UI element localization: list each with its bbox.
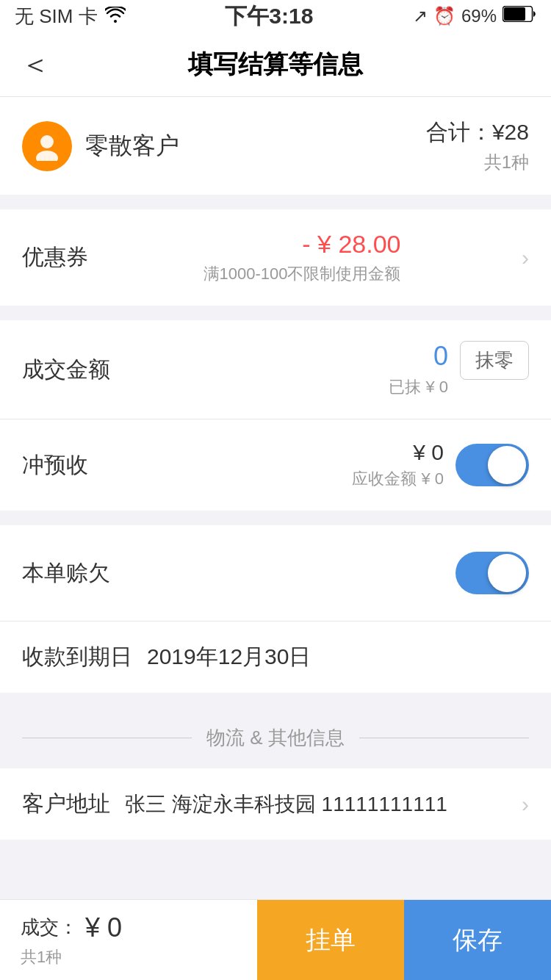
back-button[interactable]: ＜ bbox=[21, 44, 50, 84]
coupon-chevron-icon: › bbox=[522, 245, 529, 270]
coupon-value: - ¥ 28.00 bbox=[204, 230, 401, 259]
amount-row: 成交金额 0 已抹 ¥ 0 抹零 bbox=[0, 320, 551, 419]
coupon-desc: 满1000-100不限制使用金额 bbox=[204, 263, 401, 285]
amount-label: 成交金额 bbox=[22, 355, 110, 385]
pre-receive-sub: 应收金额 ¥ 0 bbox=[352, 468, 444, 490]
battery-icon bbox=[503, 6, 536, 26]
address-value: 张三 海淀永丰科技园 11111111111 bbox=[125, 790, 516, 818]
coupon-row[interactable]: 优惠券 - ¥ 28.00 满1000-100不限制使用金额 › bbox=[0, 209, 551, 306]
nav-bar: ＜ 填写结算等信息 bbox=[0, 32, 551, 97]
due-date-row: 收款到期日 2019年12月30日 bbox=[0, 621, 551, 693]
pre-receive-label: 冲预收 bbox=[22, 450, 88, 480]
divider-2 bbox=[0, 306, 551, 320]
battery-text: 69% bbox=[461, 6, 497, 26]
debt-row: 本单赊欠 bbox=[0, 525, 551, 621]
logistics-line-left bbox=[22, 738, 192, 738]
customer-section: 零散客户 合计：¥28 共1种 bbox=[0, 97, 551, 195]
svg-point-3 bbox=[36, 151, 58, 161]
svg-point-2 bbox=[40, 135, 54, 148]
customer-name: 零散客户 bbox=[85, 130, 179, 162]
pre-receive-amount: ¥ 0 bbox=[352, 440, 444, 465]
address-section: 客户地址 张三 海淀永丰科技园 11111111111 › bbox=[0, 768, 551, 840]
address-right: › bbox=[516, 792, 529, 817]
amount-section: 成交金额 0 已抹 ¥ 0 抹零 冲预收 ¥ 0 应收金额 ¥ 0 bbox=[0, 320, 551, 511]
round-zero-button[interactable]: 抹零 bbox=[460, 341, 529, 380]
amount-sub: 已抹 ¥ 0 bbox=[389, 376, 448, 398]
svg-rect-1 bbox=[504, 7, 525, 21]
customer-total: 合计：¥28 bbox=[426, 118, 529, 148]
logistics-header: 物流 & 其他信息 bbox=[0, 707, 551, 768]
wifi-icon bbox=[105, 5, 126, 28]
bottom-deal: 成交： ¥ 0 bbox=[21, 912, 237, 943]
time-display: 下午3:18 bbox=[225, 1, 313, 32]
carrier-text: 无 SIM 卡 bbox=[15, 4, 98, 29]
coupon-right: - ¥ 28.00 满1000-100不限制使用金额 bbox=[204, 230, 401, 285]
coupon-section: 优惠券 - ¥ 28.00 满1000-100不限制使用金额 › bbox=[0, 209, 551, 306]
address-row[interactable]: 客户地址 张三 海淀永丰科技园 11111111111 › bbox=[0, 768, 551, 840]
bottom-deal-label: 成交： bbox=[21, 915, 78, 940]
due-date-label: 收款到期日 bbox=[22, 642, 132, 672]
save-button[interactable]: 保存 bbox=[404, 900, 551, 981]
page-title: 填写结算等信息 bbox=[188, 48, 363, 82]
hold-button[interactable]: 挂单 bbox=[257, 900, 404, 981]
bottom-count: 共1种 bbox=[21, 946, 237, 968]
location-icon: ↗ bbox=[413, 6, 428, 26]
divider-4 bbox=[0, 693, 551, 707]
divider-3 bbox=[0, 511, 551, 525]
pre-receive-row: 冲预收 ¥ 0 应收金额 ¥ 0 bbox=[0, 419, 551, 511]
status-right: ↗ ⏰ 69% bbox=[413, 6, 536, 26]
debt-section: 本单赊欠 收款到期日 2019年12月30日 bbox=[0, 525, 551, 693]
address-chevron-icon: › bbox=[522, 792, 529, 817]
customer-left: 零散客户 bbox=[22, 121, 179, 171]
pre-receive-values: ¥ 0 应收金额 ¥ 0 bbox=[352, 440, 444, 490]
due-date-value: 2019年12月30日 bbox=[147, 642, 311, 672]
alarm-icon: ⏰ bbox=[433, 6, 455, 26]
logistics-line-right bbox=[359, 738, 529, 738]
amount-value-wrap: 0 已抹 ¥ 0 bbox=[389, 341, 448, 398]
coupon-label: 优惠券 bbox=[22, 242, 88, 273]
logistics-title: 物流 & 其他信息 bbox=[206, 725, 345, 751]
amount-input[interactable]: 0 bbox=[404, 341, 448, 372]
debt-toggle-knob bbox=[488, 554, 526, 592]
bottom-info: 成交： ¥ 0 共1种 bbox=[0, 912, 257, 968]
customer-avatar bbox=[22, 121, 72, 171]
address-label: 客户地址 bbox=[22, 789, 110, 819]
status-bar: 无 SIM 卡 下午3:18 ↗ ⏰ 69% bbox=[0, 0, 551, 32]
toggle-knob bbox=[488, 446, 526, 484]
pre-receive-toggle[interactable] bbox=[455, 444, 529, 486]
bottom-deal-amount: ¥ 0 bbox=[85, 912, 122, 943]
content: 零散客户 合计：¥28 共1种 优惠券 - ¥ 28.00 满1000-100不… bbox=[0, 97, 551, 980]
amount-right: 0 已抹 ¥ 0 抹零 bbox=[389, 341, 529, 398]
debt-label: 本单赊欠 bbox=[22, 558, 110, 588]
customer-right: 合计：¥28 共1种 bbox=[426, 118, 529, 174]
status-left: 无 SIM 卡 bbox=[15, 4, 126, 29]
pre-receive-right: ¥ 0 应收金额 ¥ 0 bbox=[352, 440, 529, 490]
debt-toggle[interactable] bbox=[455, 552, 529, 594]
bottom-bar: 成交： ¥ 0 共1种 挂单 保存 bbox=[0, 899, 551, 980]
divider-1 bbox=[0, 195, 551, 209]
customer-count: 共1种 bbox=[426, 151, 529, 174]
